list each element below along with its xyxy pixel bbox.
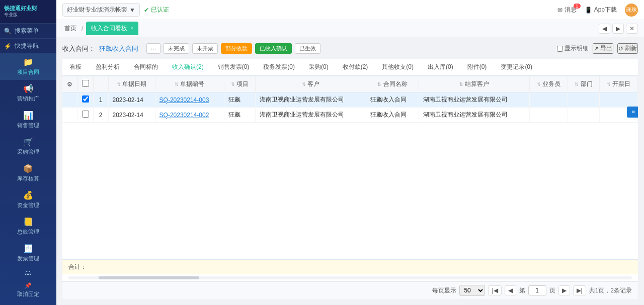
sidebar-item-label: 资金管理 — [17, 201, 39, 209]
sidebar-logo: 畅捷通好业财 专业版 — [0, 0, 56, 24]
main-area: 好业财专业版演示帐套 ▼ ✔ 已认证 ✉ 1 消息 📱 App下载 珠珠 首页 … — [56, 0, 644, 305]
sidebar-item-general[interactable]: 📒 总账管理 — [0, 213, 56, 240]
page-input[interactable] — [528, 285, 546, 295]
per-page-label: 每页显示 — [432, 286, 456, 295]
row-order-no[interactable]: SQ-20230214-002 — [155, 108, 224, 123]
data-table: ⚙ ⇅ 单据日期 ⇅ 单据编号 ⇅ 项目 ⇅ 客户 ⇅ 合同名称 ⇅ 结算客户 … — [62, 76, 638, 123]
per-page-select[interactable]: 50 100 200 — [459, 285, 485, 296]
avatar[interactable]: 珠珠 — [625, 4, 638, 17]
sidebar-item-purchase[interactable]: 🛒 采购管理 — [0, 133, 56, 160]
company-selector[interactable]: 好业财专业版演示帐套 ▼ — [62, 3, 140, 17]
tab-warehouse[interactable]: 出入库(0) — [421, 59, 460, 76]
tab-sales-invoice[interactable]: 销售发票(0) — [211, 59, 257, 76]
tab-other-income[interactable]: 其他收支(0) — [375, 59, 421, 76]
row-settings — [62, 92, 77, 108]
tab-close-button[interactable]: × — [130, 26, 133, 31]
more-button[interactable]: ··· — [146, 43, 160, 54]
tab-purchase[interactable]: 采购(0) — [302, 59, 336, 76]
prev-page-button[interactable]: ◀ — [505, 285, 516, 295]
table-row[interactable]: 1 2023-02-14 SQ-20230214-003 狂飙 湖南卫视商业运营… — [62, 92, 638, 108]
sidebar-item-label: 总账管理 — [17, 228, 39, 236]
avatar-label: 珠珠 — [626, 6, 637, 14]
col-dept: ⇅ 部门 — [568, 76, 599, 92]
logo-sub: 专业版 — [4, 12, 37, 18]
unpin-label: 取消固定 — [17, 290, 39, 298]
select-all-checkbox[interactable] — [82, 80, 89, 87]
row-check — [77, 108, 93, 123]
row-dept — [568, 108, 599, 123]
sidebar-item-project[interactable]: 📁 项目合同 — [0, 53, 56, 80]
table-row[interactable]: 2 2023-02-14 SQ-20230214-002 狂飙 湖南卫视商业运营… — [62, 108, 638, 123]
sidebar-item-sales[interactable]: 📊 销售管理 — [0, 107, 56, 133]
status-confirmed: 已收入确认 — [255, 43, 292, 54]
quicknav-button[interactable]: ⚡ 快捷导航 — [0, 38, 56, 53]
refresh-button[interactable]: ↺ 刷新 — [617, 43, 638, 54]
tab-prev-button[interactable]: ◀ — [599, 24, 610, 34]
row-date: 2023-02-14 — [108, 92, 155, 108]
message-icon: ✉ — [557, 7, 562, 14]
footer-total-label: 合计： — [68, 263, 87, 271]
tab-profit[interactable]: 盈利分析 — [89, 59, 127, 76]
right-float-icon: ≡ — [631, 111, 636, 114]
export-button[interactable]: ↗ 导出 — [593, 43, 613, 54]
tab-income-contract[interactable]: 收入合同看板 × — [86, 22, 138, 35]
horizontal-scrollbar-thumb[interactable] — [99, 276, 199, 279]
page-title-prefix: 收入合同： — [62, 44, 95, 53]
search-menu-button[interactable]: 🔍 搜索菜单 — [0, 24, 56, 38]
next-page-button[interactable]: ▶ — [558, 285, 570, 295]
app-label: App下载 — [594, 6, 617, 14]
horizontal-scrollbar-track[interactable] — [68, 276, 632, 279]
first-page-button[interactable]: |◀ — [488, 285, 501, 295]
tab-close-all-button[interactable]: ✕ — [626, 24, 638, 34]
status-not-completed: 未完成 — [164, 43, 189, 54]
tab-contract-subject[interactable]: 合同标的 — [127, 59, 165, 76]
col-settings: ⚙ — [62, 76, 77, 92]
app-download-button[interactable]: 📱 App下载 — [585, 6, 617, 14]
right-float-button[interactable]: ≡ — [627, 107, 638, 118]
sidebar-item-inventory[interactable]: 📦 库存核算 — [0, 160, 56, 186]
sidebar-item-tax[interactable]: 🏛 税务管理 — [0, 266, 56, 275]
col-num — [93, 76, 108, 92]
quicknav-label: 快捷导航 — [15, 42, 39, 50]
sidebar-item-marketing[interactable]: 📢 营销推广 — [0, 80, 56, 107]
tab-home[interactable]: 首页 — [62, 21, 78, 36]
company-name: 好业财专业版演示帐套 — [67, 6, 127, 14]
col-project: ⇅ 项目 — [224, 76, 255, 92]
col-date: ⇅ 单据日期 — [108, 76, 155, 92]
tab-next-button[interactable]: ▶ — [612, 24, 624, 34]
row-num: 2 — [93, 108, 108, 123]
tab-tax-invoice[interactable]: 税务发票(0) — [256, 59, 302, 76]
last-page-button[interactable]: ▶| — [573, 285, 586, 295]
tab-change-log[interactable]: 变更记录(0) — [494, 59, 539, 76]
tab-income-label: 收入合同看板 — [91, 24, 127, 33]
tabbar: 首页 / 收入合同看板 × ◀ ▶ ✕ — [56, 20, 644, 37]
show-detail-toggle[interactable]: 显示明细 — [557, 44, 589, 53]
row-open-date — [599, 92, 637, 108]
row-salesman — [530, 92, 568, 108]
project-icon: 📁 — [23, 57, 33, 67]
tab-payment[interactable]: 收付款(2) — [336, 59, 375, 76]
chevron-down-icon: ▼ — [129, 7, 135, 14]
sidebar-item-invoice[interactable]: 🧾 发票管理 — [0, 240, 56, 266]
tab-income-confirm[interactable]: 收入确认(2) — [165, 59, 211, 76]
col-order-no: ⇅ 单据编号 — [155, 76, 224, 92]
page-suffix: 页 — [549, 286, 555, 295]
tab-kanban[interactable]: 看板 — [62, 59, 89, 76]
message-badge: 1 — [574, 4, 581, 9]
unpin-button[interactable]: 📌 取消固定 — [0, 278, 56, 302]
sidebar-item-label: 发票管理 — [17, 255, 39, 262]
show-detail-checkbox[interactable] — [557, 46, 563, 52]
cert-badge: ✔ 已认证 — [144, 6, 169, 14]
row-checkbox[interactable] — [82, 111, 89, 118]
tax-icon: 🏛 — [24, 270, 32, 275]
message-button[interactable]: ✉ 1 消息 — [557, 6, 577, 14]
col-salesman: ⇅ 业务员 — [530, 76, 568, 92]
sidebar-item-label: 采购管理 — [17, 148, 39, 156]
page-title-name: 狂飙收入合同 — [99, 44, 138, 53]
row-order-no[interactable]: SQ-20230214-003 — [155, 92, 224, 108]
sidebar-item-funds[interactable]: 💰 资金管理 — [0, 186, 56, 213]
tab-attachments[interactable]: 附件(0) — [460, 59, 494, 76]
general-icon: 📒 — [23, 217, 33, 227]
row-checkbox[interactable] — [82, 95, 89, 103]
sidebar: 畅捷通好业财 专业版 🔍 搜索菜单 ⚡ 快捷导航 📁 项目合同 📢 营销推广 📊… — [0, 0, 56, 305]
